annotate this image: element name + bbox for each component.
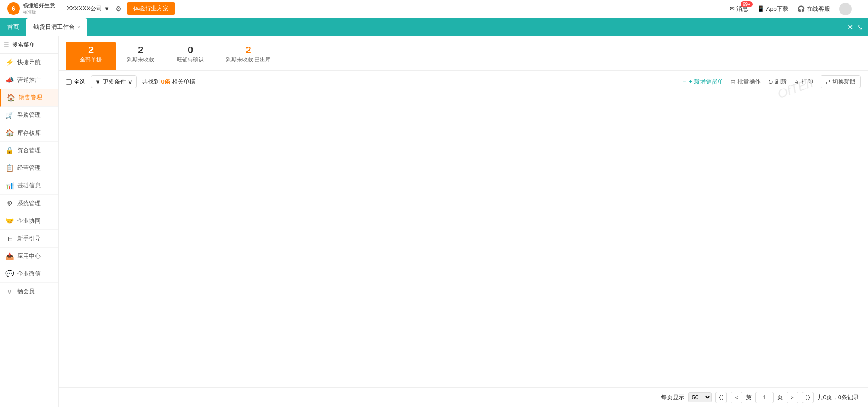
sidebar-item-quick-nav[interactable]: ⚡ 快捷导航 <box>0 54 58 71</box>
guide-icon: 🖥 <box>5 235 14 243</box>
filter-button[interactable]: ▼ 更多条件 ∨ <box>91 75 137 88</box>
window-expand-icon[interactable]: ⤡ <box>857 23 863 32</box>
toolbar-right: ＋ + 新增销货单 ⊟ 批量操作 ↻ 刷新 🖨 打印 ⇄ 切换新版 <box>681 75 861 88</box>
tab-active-label: 钱货日清工作台 <box>33 23 75 31</box>
filter-arrow-icon: ∨ <box>128 79 132 85</box>
app-download-item[interactable]: 📱 App下载 <box>757 5 788 13</box>
sidebar-item-guide[interactable]: 🖥 新手引导 <box>0 230 58 248</box>
tab-shipped[interactable]: 2 到期未收款 已出库 <box>215 42 282 70</box>
company-selector[interactable]: XXXXXX公司 ▼ <box>67 5 110 13</box>
window-close-icon[interactable]: ✕ <box>847 23 853 32</box>
sidebar-label-basic-info: 基础信息 <box>17 182 41 190</box>
message-item[interactable]: ✉ 消息 99+ <box>730 5 748 13</box>
add-label: + 新增销货单 <box>689 78 723 86</box>
last-page-button[interactable]: ⟩⟩ <box>802 392 814 403</box>
pagination-bar: 每页显示 20 50 100 ⟨⟨ ＜ 第 页 ＞ ⟩⟩ 共0页，0条记录 <box>59 387 868 407</box>
batch-label: 批量操作 <box>737 78 761 86</box>
sidebar-label-operation: 经营管理 <box>17 164 41 172</box>
avatar[interactable] <box>839 3 852 15</box>
sidebar-item-purchase[interactable]: 🛒 采购管理 <box>0 107 58 124</box>
switch-label: 切换新版 <box>832 78 856 86</box>
sidebar-label-member: 畅会员 <box>17 287 35 295</box>
switch-version-button[interactable]: ⇄ 切换新版 <box>821 75 861 88</box>
marketing-icon: 📣 <box>5 76 14 84</box>
logo-sub: 标准版 <box>23 9 55 15</box>
prev-page-button[interactable]: ＜ <box>731 392 742 403</box>
toolbar-left: 全选 ▼ 更多条件 ∨ 共找到 0条 相关单据 <box>66 75 201 88</box>
page-size-select[interactable]: 20 50 100 <box>688 392 712 402</box>
sidebar-item-cooperation[interactable]: 🤝 企业协同 <box>0 212 58 230</box>
select-all-input[interactable] <box>66 79 72 85</box>
sidebar-item-wechat[interactable]: 💬 企业微信 <box>0 265 58 283</box>
refresh-label: 刷新 <box>775 78 787 86</box>
sidebar-item-member[interactable]: V 畅会员 <box>0 283 58 300</box>
sidebar-item-app-center[interactable]: 📥 应用中心 <box>0 248 58 265</box>
summary-tabs: 2 全部单据 2 到期未收款 0 旺铺待确认 2 到期未收款 已出库 <box>59 36 868 71</box>
content-area: 2 全部单据 2 到期未收款 0 旺铺待确认 2 到期未收款 已出库 全选 <box>59 36 868 407</box>
nav-tabs-right: ✕ ⤡ <box>842 18 868 36</box>
headset-icon: 🎧 <box>797 5 805 12</box>
system-icon: ⚙ <box>5 199 14 207</box>
select-all-checkbox[interactable]: 全选 <box>66 78 85 86</box>
sidebar-label-quick-nav: 快捷导航 <box>17 58 41 66</box>
tab-all[interactable]: 2 全部单据 <box>66 42 116 70</box>
sidebar-label-wechat: 企业微信 <box>17 270 41 278</box>
search-label: 搜索菜单 <box>12 41 35 49</box>
sidebar-label-inventory: 库存核算 <box>17 129 41 137</box>
tab-overdue[interactable]: 2 到期未收款 <box>116 42 165 70</box>
found-prefix: 共找到 <box>142 78 160 85</box>
print-icon: 🖨 <box>794 79 800 85</box>
print-label: 打印 <box>802 78 813 86</box>
operation-icon: 📋 <box>5 164 14 172</box>
page-input[interactable] <box>755 392 774 403</box>
sidebar-item-inventory[interactable]: 🏠 库存核算 <box>0 124 58 142</box>
page-label: 第 <box>746 393 752 402</box>
tab-home[interactable]: 首页 <box>0 18 26 36</box>
refresh-button[interactable]: ↻ 刷新 <box>768 78 787 86</box>
tab-shipped-label: 到期未收款 已出库 <box>226 56 271 64</box>
tab-home-label: 首页 <box>7 23 19 31</box>
first-page-button[interactable]: ⟨⟨ <box>715 392 727 403</box>
sidebar-label-app-center: 应用中心 <box>17 252 41 260</box>
app-center-icon: 📥 <box>5 252 14 260</box>
page-label-2: 页 <box>777 393 783 402</box>
sidebar-label-purchase: 采购管理 <box>17 111 41 119</box>
tab-all-num: 2 <box>88 45 94 55</box>
sidebar-item-operation[interactable]: 📋 经营管理 <box>0 159 58 177</box>
tab-pending[interactable]: 0 旺铺待确认 <box>165 42 215 70</box>
online-service-label: 在线客服 <box>807 5 830 13</box>
tab-overdue-num: 2 <box>138 45 143 55</box>
top-bar: 6 畅捷通好生意 标准版 XXXXXX公司 ▼ ⚙ 体验行业方案 ✉ 消息 99… <box>0 0 868 18</box>
company-name: XXXXXX公司 <box>67 5 102 13</box>
online-service-item[interactable]: 🎧 在线客服 <box>797 5 830 13</box>
settings-icon[interactable]: ⚙ <box>115 5 122 13</box>
batch-icon: ⊟ <box>731 79 736 85</box>
nav-tabs-bar: 首页 钱货日清工作台 × ✕ ⤡ <box>0 18 868 36</box>
sidebar-search[interactable]: ☰ 搜索菜单 <box>0 36 58 54</box>
filter-label: 更多条件 <box>103 78 126 86</box>
sidebar-item-sales[interactable]: 🏠 销售管理 <box>0 89 58 107</box>
sidebar-item-finance[interactable]: 🔒 资金管理 <box>0 142 58 159</box>
logo-area: 6 畅捷通好生意 标准版 <box>7 2 61 15</box>
tab-pending-num: 0 <box>188 45 193 55</box>
tab-shipped-num: 2 <box>246 45 251 55</box>
sidebar-item-marketing[interactable]: 📣 营销推广 <box>0 71 58 89</box>
trial-button[interactable]: 体验行业方案 <box>127 2 175 15</box>
wechat-icon: 💬 <box>5 270 14 278</box>
sidebar-item-system[interactable]: ⚙ 系统管理 <box>0 195 58 212</box>
message-icon: ✉ <box>730 5 735 12</box>
found-text: 共找到 0条 相关单据 <box>142 78 195 86</box>
sidebar-label-sales: 销售管理 <box>19 94 42 102</box>
add-sales-button[interactable]: ＋ + 新增销货单 <box>681 78 723 86</box>
next-page-button[interactable]: ＞ <box>787 392 798 403</box>
tab-qian-huo[interactable]: 钱货日清工作台 × <box>26 18 87 36</box>
batch-button[interactable]: ⊟ 批量操作 <box>731 78 761 86</box>
dropdown-arrow-icon: ▼ <box>104 5 110 12</box>
sidebar-item-basic-info[interactable]: 📊 基础信息 <box>0 177 58 195</box>
purchase-icon: 🛒 <box>5 111 14 119</box>
print-button[interactable]: 🖨 打印 <box>794 78 813 86</box>
top-bar-right: ✉ 消息 99+ 📱 App下载 🎧 在线客服 <box>730 3 861 15</box>
tab-close-icon[interactable]: × <box>77 24 80 30</box>
page-size-label: 每页显示 <box>661 393 684 402</box>
app-download-label: App下载 <box>766 5 788 13</box>
